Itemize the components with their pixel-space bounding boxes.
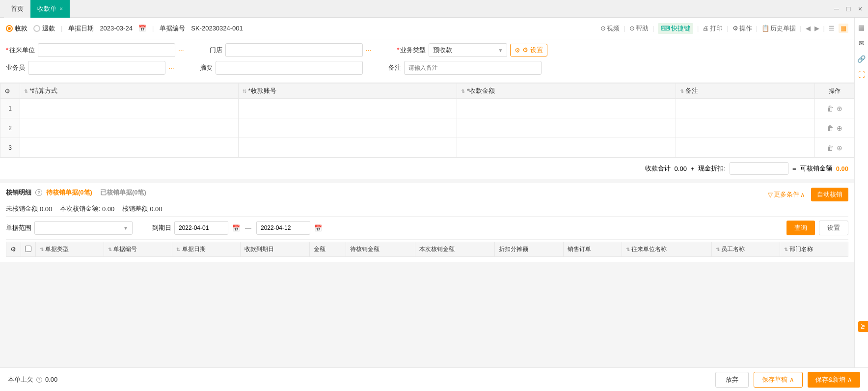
table-row: 3 🗑 ⊕ [0,138,854,158]
col-account-label: *收款账号 [248,87,276,94]
equals-sign: = [792,165,796,172]
bill-range-select[interactable]: ▼ [34,221,133,235]
row2-delete-icon[interactable]: 🗑 [827,124,834,132]
note-input[interactable] [404,61,542,75]
col-checkbox2[interactable] [21,242,36,257]
separator2: | [152,25,154,32]
sidebar-expand-icon[interactable]: ⛶ [856,69,868,81]
row1-settlement[interactable] [20,99,239,118]
row3-amount[interactable] [457,138,676,158]
row-num-1: 1 [0,99,20,118]
biz-type-select[interactable]: 预收款 ▼ [429,43,507,57]
calendar-icon2[interactable]: 📅 [232,224,240,232]
auto-writeoff-btn[interactable]: 自动核销 [811,188,848,201]
tab-active[interactable]: 收款单 × [30,0,70,18]
tab-done[interactable]: 已核销单据(0笔) [100,188,146,197]
sidebar-table-icon[interactable]: ▦ [856,22,868,33]
radio-refund[interactable]: 退款 [33,24,55,33]
date-value[interactable]: 2023-03-24 [100,25,133,32]
table-settings-header[interactable]: ⚙ [0,84,20,99]
operation-link[interactable]: ⚙ 操作 [732,24,752,33]
window-controls: ─ □ × [833,5,864,13]
more-conditions-btn[interactable]: ▽ 更多条件 ∧ [768,190,805,199]
row3-settlement[interactable] [20,138,239,158]
due-date-start-input[interactable] [174,221,228,235]
table-gear-icon[interactable]: ⚙ [4,87,10,95]
table-gear-icon2[interactable]: ⚙ [10,246,16,253]
due-date-end-input[interactable] [256,221,310,235]
close-window-icon[interactable]: × [856,5,864,13]
row2-copy-icon[interactable]: ⊕ [837,124,842,132]
row1-amount[interactable] [457,99,676,118]
nav-prev-icon[interactable]: ◀ [806,25,811,32]
shortcut-icon: ⌨ [661,25,670,32]
store-input[interactable] [225,43,363,57]
store-more-btn[interactable]: ··· [366,47,372,54]
bill-number-value: SK-20230324-001 [191,25,243,32]
calendar-icon3[interactable]: 📅 [314,224,322,232]
radio-receive[interactable]: 收款 [6,24,27,33]
grid-view-icon[interactable]: ▦ [839,24,848,33]
biz-settings-btn[interactable]: ⚙ ⚙ 设置 [510,44,547,56]
due-date-label: 到期日 [152,223,171,232]
this-writeoff-label: 本次核销金额: [60,204,100,213]
info-icon: ? [35,189,42,196]
row2-actions: 🗑 ⊕ [815,118,854,138]
writeoff-tabs: 待核销单据(0笔) 已核销单据(0笔) [46,188,146,197]
tab-close-icon[interactable]: × [59,0,63,18]
row2-settlement[interactable] [20,118,239,138]
chevron-down-icon: ▼ [498,48,503,53]
row1-copy-icon[interactable]: ⊕ [837,105,842,112]
help-link[interactable]: ⊙ 帮助 [629,24,649,33]
due-date-field: 到期日 📅 — 📅 [152,221,322,235]
discount-input[interactable] [730,162,788,175]
history-link[interactable]: 📋 历史单据 [761,24,796,33]
print-link[interactable]: 🖨 打印 [703,24,723,33]
query-btn[interactable]: 查询 [787,221,815,235]
writeoff-table: ⚙ ⇅ 单据类型 ⇅ 单据编号 ⇅ 单据日期 [6,242,848,257]
minimize-icon[interactable]: ─ [833,5,841,13]
sidebar-email-icon[interactable]: ✉ [856,37,868,49]
partner-input[interactable] [38,43,175,57]
row1-delete-icon[interactable]: 🗑 [827,105,834,112]
settings-label: ⚙ 设置 [522,46,543,55]
row1-note[interactable] [676,99,814,118]
diff-label: 核销差额 [122,204,148,213]
discard-btn[interactable]: 放弃 [715,372,749,388]
select-all-checkbox[interactable] [25,246,31,252]
list-view-icon[interactable]: ☰ [829,25,835,32]
payment-type-radio: 收款 退款 [6,24,55,33]
shortcut-link[interactable]: ⌨ 快捷键 [658,23,693,34]
row3-delete-icon[interactable]: 🗑 [827,144,834,152]
col-settlement-method: ⇅ *结算方式 [20,84,239,99]
ai-panel-btn[interactable]: Ai [858,321,868,332]
footer-right: 放弃 保存草稿 ∧ 保存&新增 ∧ [715,372,860,388]
col-staff-name: ⇅ 员工名称 [711,242,780,257]
row2-note[interactable] [676,118,814,138]
save-new-label: 保存&新增 [815,375,845,384]
row3-copy-icon[interactable]: ⊕ [837,144,842,152]
row1-account[interactable] [239,99,457,118]
save-new-btn[interactable]: 保存&新增 ∧ [808,372,860,388]
staff-input[interactable] [28,61,165,75]
save-draft-btn[interactable]: 保存草稿 ∧ [754,372,803,388]
maximize-icon[interactable]: □ [844,5,852,13]
print-icon: 🖨 [703,25,709,32]
staff-more-btn[interactable]: ··· [168,64,174,71]
filter-settings-btn[interactable]: 设置 [819,221,848,235]
tab-pending[interactable]: 待核销单据(0笔) [46,188,92,197]
partner-more-btn[interactable]: ··· [178,47,184,54]
video-link[interactable]: ⊙ 视频 [600,24,620,33]
writeoff-title: 核销明细 ? 待核销单据(0笔) 已核销单据(0笔) [6,188,146,197]
table-row: 2 🗑 ⊕ [0,118,854,138]
row3-account[interactable] [239,138,457,158]
sidebar-link-icon[interactable]: 🔗 [856,53,868,65]
tab-home[interactable]: 首页 [4,0,30,18]
row2-amount[interactable] [457,118,676,138]
row3-note[interactable] [676,138,814,158]
summary-input[interactable] [216,61,363,75]
nav-next-icon[interactable]: ▶ [814,25,819,32]
row2-account[interactable] [239,118,457,138]
calendar-icon[interactable]: 📅 [138,25,146,32]
col-checkbox[interactable]: ⚙ [6,242,21,257]
